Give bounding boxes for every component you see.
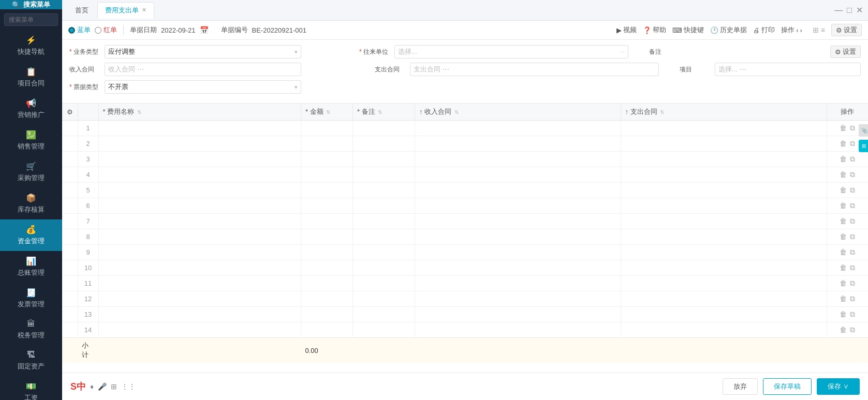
table-settings-col[interactable]: ⚙: [62, 103, 78, 121]
row-remark-cell[interactable]: [353, 291, 415, 307]
copy-row-icon[interactable]: ⧉: [850, 232, 855, 241]
window-maximize-icon[interactable]: □: [847, 6, 852, 15]
row-income-contract-cell[interactable]: [415, 167, 621, 183]
row-expense-name-cell[interactable]: [98, 167, 301, 183]
row-income-contract-cell[interactable]: [415, 307, 621, 322]
row-expense-contract-cell[interactable]: [621, 307, 827, 322]
save-button[interactable]: 保存 ∨: [817, 378, 860, 395]
row-income-contract-cell[interactable]: [415, 198, 621, 214]
row-remark-cell[interactable]: [353, 152, 415, 167]
row-amount-cell[interactable]: [301, 229, 353, 245]
save-draft-button[interactable]: 保存草稿: [763, 378, 812, 395]
right-clip-icon[interactable]: 📎: [859, 124, 868, 137]
window-minimize-icon[interactable]: —: [834, 6, 843, 15]
delete-row-icon[interactable]: 🗑: [840, 310, 847, 319]
copy-row-icon[interactable]: ⧉: [850, 325, 855, 334]
row-expense-name-cell[interactable]: [98, 229, 301, 245]
row-amount-cell[interactable]: [301, 276, 353, 291]
row-expense-contract-cell[interactable]: [621, 198, 827, 214]
action-btn[interactable]: 操作 ‹ ›: [781, 25, 802, 35]
copy-row-icon[interactable]: ⧉: [850, 294, 855, 303]
row-expense-name-cell[interactable]: [98, 322, 301, 338]
row-expense-name-cell[interactable]: [98, 152, 301, 167]
history-btn[interactable]: 🕐 历史单据: [710, 25, 747, 35]
delete-row-icon[interactable]: 🗑: [840, 217, 847, 226]
sidebar-item-sales[interactable]: 💹 销售管理: [0, 125, 62, 156]
delete-row-icon[interactable]: 🗑: [840, 201, 847, 210]
copy-row-icon[interactable]: ⧉: [850, 186, 855, 195]
grid-view-icon[interactable]: ⊞: [813, 26, 819, 34]
sidebar-item-inventory[interactable]: 📦 库存核算: [0, 188, 62, 219]
row-income-contract-cell[interactable]: [415, 214, 621, 229]
sidebar-item-payroll[interactable]: 💵 工资: [0, 376, 62, 400]
row-expense-contract-cell[interactable]: [621, 260, 827, 276]
row-income-contract-cell[interactable]: [415, 136, 621, 152]
sort-income-icon[interactable]: ⇅: [454, 109, 459, 115]
row-amount-cell[interactable]: [301, 121, 353, 136]
row-amount-cell[interactable]: [301, 260, 353, 276]
row-remark-cell[interactable]: [353, 276, 415, 291]
copy-row-icon[interactable]: ⧉: [850, 170, 855, 179]
row-expense-name-cell[interactable]: [98, 198, 301, 214]
row-amount-cell[interactable]: [301, 198, 353, 214]
delete-row-icon[interactable]: 🗑: [840, 139, 847, 148]
delete-row-icon[interactable]: 🗑: [840, 155, 847, 164]
copy-row-icon[interactable]: ⧉: [850, 155, 855, 164]
list-view-icon[interactable]: ≡: [821, 26, 825, 34]
sidebar-item-fixed-assets[interactable]: 🏗 固定资产: [0, 345, 62, 376]
blue-bill-radio[interactable]: 蓝单: [68, 25, 91, 35]
row-remark-cell[interactable]: [353, 245, 415, 260]
print-btn[interactable]: 🖨 打印: [753, 25, 775, 35]
sort-expense-icon[interactable]: ⇅: [137, 109, 141, 115]
row-amount-cell[interactable]: [301, 307, 353, 322]
delete-row-icon[interactable]: 🗑: [840, 325, 847, 334]
row-remark-cell[interactable]: [353, 167, 415, 183]
calendar-icon[interactable]: 📅: [200, 26, 209, 34]
shortcut-btn[interactable]: ⌨ 快捷键: [672, 25, 704, 35]
sidebar-item-capital[interactable]: 💰 资金管理: [0, 219, 62, 251]
copy-row-icon[interactable]: ⧉: [850, 139, 855, 148]
tab-expense[interactable]: 费用支出单 ✕: [97, 2, 154, 19]
row-expense-contract-cell[interactable]: [621, 245, 827, 260]
row-expense-name-cell[interactable]: [98, 260, 301, 276]
partner-select[interactable]: 选择... ···: [394, 45, 628, 58]
expense-contract-more-icon[interactable]: ···: [443, 65, 449, 74]
settings-button[interactable]: ⚙ 设置: [831, 24, 862, 36]
settings-top-btn[interactable]: ⚙ 设置: [830, 46, 861, 58]
copy-row-icon[interactable]: ⧉: [850, 248, 855, 257]
row-expense-contract-cell[interactable]: [621, 276, 827, 291]
sidebar-item-marketing[interactable]: 📢 营销推广: [0, 93, 62, 125]
discard-button[interactable]: 放弃: [723, 378, 758, 395]
row-expense-name-cell[interactable]: [98, 214, 301, 229]
row-expense-name-cell[interactable]: [98, 136, 301, 152]
row-expense-contract-cell[interactable]: [621, 183, 827, 198]
row-expense-contract-cell[interactable]: [621, 214, 827, 229]
row-amount-cell[interactable]: [301, 291, 353, 307]
income-contract-input[interactable]: 收入合同 ···: [105, 63, 301, 76]
income-contract-more-icon[interactable]: ···: [137, 65, 144, 74]
row-expense-contract-cell[interactable]: [621, 167, 827, 183]
row-amount-cell[interactable]: [301, 214, 353, 229]
row-remark-cell[interactable]: [353, 183, 415, 198]
sidebar-item-purchase[interactable]: 🛒 采购管理: [0, 156, 62, 188]
action-next-icon[interactable]: ›: [800, 26, 802, 34]
copy-row-icon[interactable]: ⧉: [850, 201, 855, 210]
copy-row-icon[interactable]: ⧉: [850, 310, 855, 319]
row-income-contract-cell[interactable]: [415, 322, 621, 338]
row-expense-contract-cell[interactable]: [621, 229, 827, 245]
row-income-contract-cell[interactable]: [415, 260, 621, 276]
row-expense-contract-cell[interactable]: [621, 322, 827, 338]
row-remark-cell[interactable]: [353, 260, 415, 276]
sidebar-item-quick-nav[interactable]: ⚡ 快捷导航: [0, 30, 62, 62]
row-amount-cell[interactable]: [301, 167, 353, 183]
delete-row-icon[interactable]: 🗑: [840, 170, 847, 179]
tab-home[interactable]: 首页: [67, 2, 96, 19]
project-input[interactable]: 选择... ···: [715, 63, 861, 76]
row-remark-cell[interactable]: [353, 229, 415, 245]
tab-close-icon[interactable]: ✕: [142, 7, 146, 13]
expense-contract-input[interactable]: 支出合同 ···: [410, 63, 659, 76]
sidebar-item-invoice[interactable]: 🧾 发票管理: [0, 283, 62, 314]
biz-type-select[interactable]: 应付调整 ▾: [105, 45, 301, 58]
project-more-icon[interactable]: ···: [740, 65, 746, 74]
row-income-contract-cell[interactable]: [415, 121, 621, 136]
